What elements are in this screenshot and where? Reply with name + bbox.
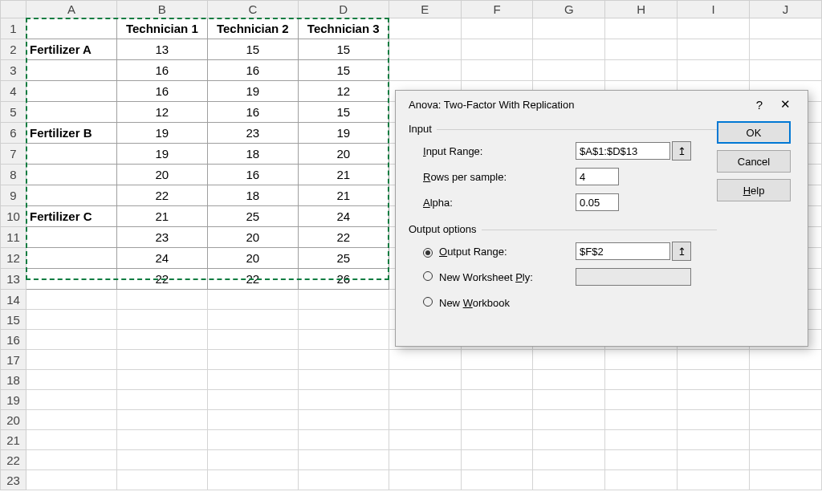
cell[interactable] [605, 370, 678, 390]
cell[interactable] [116, 410, 207, 430]
cell[interactable] [533, 430, 605, 450]
cell[interactable] [26, 227, 116, 248]
cell[interactable] [298, 330, 389, 350]
row-header[interactable]: 17 [1, 350, 26, 370]
cell[interactable]: 25 [298, 248, 389, 269]
column-header[interactable]: B [116, 1, 207, 18]
cell[interactable] [533, 39, 605, 60]
row-header[interactable]: 7 [1, 144, 26, 165]
cell[interactable]: 18 [207, 144, 298, 165]
cell[interactable] [298, 290, 389, 310]
cell[interactable] [207, 370, 298, 390]
cell[interactable]: 16 [116, 60, 207, 81]
cell[interactable]: 20 [116, 165, 207, 185]
new-worksheet-radio[interactable]: New Worksheet Ply: [423, 271, 576, 283]
row-header[interactable]: 9 [1, 185, 26, 206]
cell[interactable] [298, 350, 389, 370]
cell[interactable] [605, 450, 678, 470]
cell[interactable] [26, 81, 116, 102]
cell[interactable] [207, 390, 298, 410]
column-header[interactable]: J [750, 1, 822, 18]
cell[interactable] [298, 310, 389, 330]
cell[interactable] [461, 470, 533, 490]
cell[interactable] [678, 39, 750, 60]
cell[interactable]: Fertilizer A [26, 39, 116, 60]
cell[interactable] [26, 310, 116, 330]
cell[interactable] [750, 470, 822, 490]
cell[interactable] [26, 450, 116, 470]
cell[interactable] [750, 430, 822, 450]
cell[interactable]: 23 [207, 123, 298, 144]
cell[interactable] [26, 144, 116, 165]
cell[interactable]: Fertilizer B [26, 123, 116, 144]
row-header[interactable]: 14 [1, 290, 26, 310]
cell[interactable]: 15 [298, 39, 389, 60]
cell[interactable] [533, 60, 605, 81]
cell[interactable] [26, 269, 116, 290]
cell[interactable] [533, 350, 605, 370]
cell[interactable] [750, 450, 822, 470]
cell[interactable] [116, 390, 207, 410]
cell[interactable] [298, 390, 389, 410]
cell[interactable] [389, 450, 461, 470]
cell[interactable]: 26 [298, 269, 389, 290]
cell[interactable] [461, 60, 533, 81]
cell[interactable]: 20 [298, 144, 389, 165]
cell[interactable] [116, 450, 207, 470]
cell[interactable] [389, 60, 461, 81]
cell[interactable] [26, 248, 116, 269]
cell[interactable]: 16 [207, 60, 298, 81]
cell[interactable]: 19 [116, 144, 207, 165]
cell[interactable] [298, 370, 389, 390]
cell[interactable] [26, 370, 116, 390]
cell[interactable] [461, 430, 533, 450]
cell[interactable]: 22 [116, 269, 207, 290]
cell[interactable] [207, 310, 298, 330]
cell[interactable]: Technician 1 [116, 18, 207, 39]
cell[interactable] [605, 60, 678, 81]
column-header[interactable]: I [678, 1, 750, 18]
column-header[interactable]: D [298, 1, 389, 18]
cell[interactable] [26, 430, 116, 450]
row-header[interactable]: 4 [1, 81, 26, 102]
cell[interactable] [389, 18, 461, 39]
cell[interactable]: 24 [298, 206, 389, 227]
cell[interactable] [26, 18, 116, 39]
column-header[interactable]: C [207, 1, 298, 18]
close-icon[interactable]: ✕ [772, 97, 798, 112]
column-header[interactable]: H [605, 1, 678, 18]
cell[interactable] [678, 390, 750, 410]
cell[interactable]: 12 [298, 81, 389, 102]
row-header[interactable]: 11 [1, 227, 26, 248]
cell[interactable] [389, 350, 461, 370]
column-header[interactable]: A [26, 1, 116, 18]
cell[interactable]: 12 [116, 102, 207, 123]
cell[interactable]: 19 [298, 123, 389, 144]
cell[interactable] [298, 430, 389, 450]
row-header[interactable]: 21 [1, 430, 26, 450]
cell[interactable] [750, 350, 822, 370]
cell[interactable] [605, 430, 678, 450]
cell[interactable]: 20 [207, 227, 298, 248]
cell[interactable] [678, 60, 750, 81]
cell[interactable]: 21 [298, 165, 389, 185]
cell[interactable]: Technician 3 [298, 18, 389, 39]
cell[interactable]: 21 [116, 206, 207, 227]
cell[interactable]: 25 [207, 206, 298, 227]
row-header[interactable]: 10 [1, 206, 26, 227]
cell[interactable]: 13 [116, 39, 207, 60]
cell[interactable] [605, 390, 678, 410]
row-header[interactable]: 23 [1, 470, 26, 490]
cell[interactable] [389, 390, 461, 410]
cell[interactable] [26, 60, 116, 81]
cell[interactable]: 22 [207, 269, 298, 290]
cell[interactable] [605, 18, 678, 39]
row-header[interactable]: 22 [1, 450, 26, 470]
cell[interactable] [678, 430, 750, 450]
row-header[interactable]: 5 [1, 102, 26, 123]
column-header[interactable]: E [389, 1, 461, 18]
cell[interactable] [533, 370, 605, 390]
cell[interactable] [750, 410, 822, 430]
cell[interactable] [605, 470, 678, 490]
cell[interactable] [750, 370, 822, 390]
